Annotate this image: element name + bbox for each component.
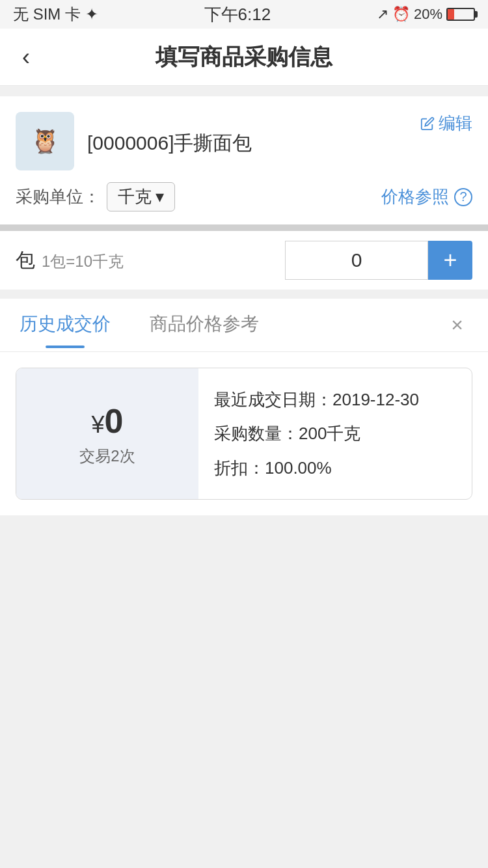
tabs-header: 历史成交价 商品价格参考 × bbox=[0, 299, 488, 352]
unit-label: 采购单位： bbox=[16, 185, 100, 208]
price-ref-button[interactable]: 价格参照 ? bbox=[381, 185, 472, 208]
product-logo-icon: 🦉 bbox=[31, 128, 60, 155]
discount-label: 折扣： bbox=[214, 458, 265, 478]
trade-count: 交易2次 bbox=[79, 446, 135, 467]
discount-row: 折扣：100.00% bbox=[214, 456, 456, 480]
battery-icon bbox=[446, 8, 475, 21]
status-time: 下午6:12 bbox=[204, 3, 271, 26]
back-button[interactable]: ‹ bbox=[16, 37, 36, 77]
unit-sub: 1包=10千克 bbox=[42, 251, 124, 272]
page-background bbox=[0, 515, 488, 868]
recent-date-row: 最近成交日期：2019-12-30 bbox=[214, 388, 456, 411]
tab-history-label: 历史成交价 bbox=[20, 312, 111, 336]
sim-text: 无 SIM 卡 ✦ bbox=[13, 4, 98, 25]
history-card: ¥0 交易2次 最近成交日期：2019-12-30 采购数量：200千克 折扣：… bbox=[16, 368, 472, 500]
edit-icon bbox=[420, 116, 435, 131]
tab-price-ref-label: 商品价格参考 bbox=[150, 312, 259, 336]
edit-button[interactable]: 编辑 bbox=[420, 112, 472, 135]
unit-main: 包 bbox=[16, 247, 35, 274]
card-left-price: ¥0 交易2次 bbox=[16, 368, 198, 499]
qty-row: 采购数量：200千克 bbox=[214, 422, 456, 445]
location-icon: ↗ bbox=[377, 6, 388, 23]
divider-bar bbox=[0, 224, 488, 231]
recent-date-label: 最近成交日期： bbox=[214, 390, 332, 409]
tab-history-price[interactable]: 历史成交价 bbox=[20, 312, 111, 339]
card-right-details: 最近成交日期：2019-12-30 采购数量：200千克 折扣：100.00% bbox=[198, 368, 472, 499]
tabs-section: 历史成交价 商品价格参考 × ¥0 交易2次 最近成交日期：2019-12-30 bbox=[0, 299, 488, 515]
discount-value: 100.00% bbox=[265, 458, 332, 478]
quantity-row: 包 1包=10千克 0 + bbox=[0, 231, 488, 290]
product-thumbnail: 🦉 bbox=[16, 112, 74, 170]
unit-section: 采购单位： 千克 ▾ bbox=[16, 182, 175, 211]
status-bar: 无 SIM 卡 ✦ 下午6:12 ↗ ⏰ 20% bbox=[0, 0, 488, 29]
help-icon: ? bbox=[454, 188, 472, 206]
tab-active-indicator bbox=[46, 346, 85, 348]
battery-percent: 20% bbox=[414, 6, 442, 23]
tabs-list: 历史成交价 商品价格参考 bbox=[20, 312, 259, 339]
product-left: 🦉 [0000006]手撕面包 bbox=[16, 112, 252, 170]
quantity-input[interactable]: 0 bbox=[285, 241, 428, 280]
dropdown-arrow-icon: ▾ bbox=[156, 187, 164, 207]
price-display: ¥0 bbox=[92, 401, 124, 441]
product-top: 🦉 [0000006]手撕面包 编辑 bbox=[16, 112, 472, 170]
qty-value: 200千克 bbox=[299, 424, 360, 443]
price-value: 0 bbox=[105, 402, 124, 440]
tab-product-price-ref[interactable]: 商品价格参考 bbox=[150, 312, 259, 339]
unit-label-section: 包 1包=10千克 bbox=[16, 247, 124, 274]
qty-label: 采购数量： bbox=[214, 424, 299, 443]
unit-value: 千克 bbox=[118, 185, 152, 208]
page-title: 填写商品采购信息 bbox=[156, 42, 332, 72]
unit-dropdown[interactable]: 千克 ▾ bbox=[107, 182, 175, 211]
product-name: [0000006]手撕面包 bbox=[87, 130, 252, 157]
tab-close-button[interactable]: × bbox=[446, 308, 468, 342]
currency-symbol: ¥ bbox=[92, 411, 105, 438]
alarm-icon: ⏰ bbox=[392, 6, 410, 23]
quantity-control: 0 + bbox=[285, 241, 472, 280]
status-right: ↗ ⏰ 20% bbox=[377, 6, 475, 23]
edit-label: 编辑 bbox=[439, 112, 472, 135]
status-left: 无 SIM 卡 ✦ bbox=[13, 4, 98, 25]
history-content: ¥0 交易2次 最近成交日期：2019-12-30 采购数量：200千克 折扣：… bbox=[0, 352, 488, 515]
recent-date-value: 2019-12-30 bbox=[332, 390, 419, 409]
product-bottom: 采购单位： 千克 ▾ 价格参照 ? bbox=[16, 182, 472, 211]
price-ref-label: 价格参照 bbox=[381, 185, 449, 208]
header: ‹ 填写商品采购信息 bbox=[0, 29, 488, 86]
quantity-plus-button[interactable]: + bbox=[428, 241, 472, 280]
product-card: 🦉 [0000006]手撕面包 编辑 采购单位： 千克 ▾ 价格参照 ? bbox=[0, 96, 488, 224]
